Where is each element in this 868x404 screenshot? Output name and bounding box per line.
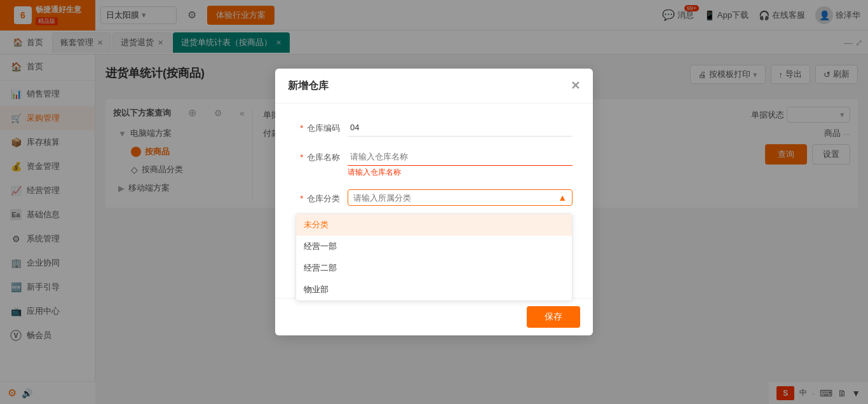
category-input[interactable] [353,193,558,203]
category-label: * 仓库分类 [295,189,340,205]
form-row-code: * 仓库编码 [295,119,573,137]
required-mark-name: * [300,152,303,162]
name-field-label: 仓库名称 [307,152,340,162]
dialog-overlay: 新增仓库 ✕ * 仓库编码 * 仓库名称 请输入仓库名称 [0,0,868,404]
add-warehouse-dialog: 新增仓库 ✕ * 仓库编码 * 仓库名称 请输入仓库名称 [275,69,593,335]
code-field-label: 仓库编码 [307,123,340,133]
dropdown-item-1[interactable]: 经营一部 [296,236,572,257]
dropdown-item-2[interactable]: 经营二部 [296,257,572,279]
dialog-footer: 保存 [275,298,593,335]
form-row-category: * 仓库分类 ▲ 未分类 经营一部 经营二部 物业部 [295,189,573,206]
dropdown-item-0[interactable]: 未分类 [296,214,572,236]
category-input-wrap[interactable]: ▲ [348,189,573,206]
save-button[interactable]: 保存 [527,306,580,328]
code-input[interactable] [348,119,573,137]
dialog-header: 新增仓库 ✕ [275,69,593,104]
dropdown-item-3[interactable]: 物业部 [296,279,572,300]
name-field-wrap: 请输入仓库名称 [348,148,573,178]
dialog-body: * 仓库编码 * 仓库名称 请输入仓库名称 * [275,104,593,298]
form-row-name: * 仓库名称 请输入仓库名称 [295,148,573,178]
required-mark: * [300,123,303,133]
code-label: * 仓库编码 [295,119,340,134]
required-mark-category: * [300,194,303,203]
category-dropdown-list: 未分类 经营一部 经营二部 物业部 [295,213,573,301]
dialog-close-button[interactable]: ✕ [571,79,580,93]
name-label: * 仓库名称 [295,148,340,163]
category-dropdown-arrow-icon[interactable]: ▲ [558,192,567,203]
category-field-label: 仓库分类 [307,194,340,203]
name-input[interactable] [348,148,573,166]
name-error-msg: 请输入仓库名称 [348,167,573,178]
dialog-title: 新增仓库 [288,79,329,93]
